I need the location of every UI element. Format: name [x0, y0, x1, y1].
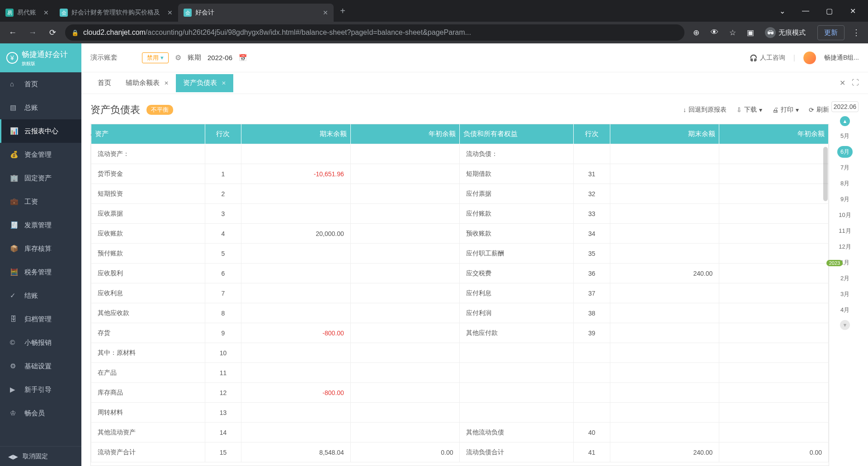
month-item[interactable]: 6月: [837, 146, 853, 158]
table-row[interactable]: 应收股利6应交税费36240.00: [91, 264, 829, 283]
table-row[interactable]: 货币资金1-10,651.96短期借款31: [91, 164, 829, 184]
table-row[interactable]: 其中：原材料10: [91, 343, 829, 363]
period-value[interactable]: 2022-06: [208, 54, 232, 61]
close-icon[interactable]: ✕: [164, 80, 169, 86]
forward-button[interactable]: →: [25, 28, 40, 38]
new-tab-button[interactable]: +: [334, 6, 352, 16]
account-name[interactable]: 演示账套: [90, 53, 118, 62]
maximize-icon[interactable]: ▢: [823, 7, 835, 15]
cell-endbal2: 240.00: [610, 442, 719, 462]
browser-tab[interactable]: 会 好会计财务管理软件购买价格及 ✕: [54, 4, 178, 22]
sidebar-item-home[interactable]: ⌂首页: [0, 72, 81, 96]
table-row[interactable]: 短期投资2应付票据32: [91, 184, 829, 204]
scroll-down-icon[interactable]: ▼: [840, 320, 850, 330]
cell-beginbal: [350, 403, 460, 423]
year-badge[interactable]: 2022.06: [831, 101, 859, 112]
table-row[interactable]: 存货9-800.00其他应付款39: [91, 323, 829, 343]
sidebar-item-guide[interactable]: ▶新手引导: [0, 378, 81, 401]
rollback-button[interactable]: ↓ 回退到原报表: [683, 106, 726, 114]
sidebar-item-money[interactable]: 💰资金管理: [0, 143, 81, 166]
sidebar-item-vip[interactable]: ♔畅会员: [0, 401, 81, 425]
dropdown-icon[interactable]: ⌄: [776, 7, 788, 15]
lock-icon: 🔒: [71, 29, 79, 36]
month-item[interactable]: 5月: [837, 130, 853, 142]
eye-off-icon[interactable]: 👁: [708, 28, 721, 37]
update-button[interactable]: 更新: [817, 25, 844, 40]
page-tab[interactable]: 首页: [90, 74, 118, 92]
sidebar-item-expense[interactable]: ©小畅报销: [0, 331, 81, 354]
sidebar-item-close[interactable]: ✓结账: [0, 284, 81, 307]
tab-favicon: 易: [5, 9, 14, 17]
page-tab[interactable]: 资产负债表✕: [176, 74, 233, 92]
extension-icon[interactable]: ▣: [744, 28, 757, 38]
browser-tab[interactable]: 易 易代账 ✕: [0, 4, 54, 22]
cell-endbal: 20,000.00: [241, 224, 351, 244]
sidebar-item-label: 固定资产: [24, 174, 52, 183]
month-item[interactable]: 4月: [837, 304, 853, 316]
menu-icon[interactable]: ⋮: [850, 28, 863, 38]
month-item[interactable]: 9月: [837, 193, 853, 205]
cell-beginbal2: [719, 244, 829, 264]
month-item[interactable]: 8月: [837, 178, 853, 189]
address-bar[interactable]: 🔒 cloud2.chanjet.com/accounting/uh26t264…: [65, 24, 684, 41]
table-row[interactable]: 在产品11: [91, 363, 829, 383]
table-row[interactable]: 其他应收款8应付利润38: [91, 303, 829, 323]
table-row[interactable]: 库存商品12-800.00: [91, 383, 829, 403]
balance-sheet-table[interactable]: ‹ › 资产 行次 期末余额 年初余额 负债和所有者权益 行次 期末余额: [90, 124, 829, 466]
table-row[interactable]: 预付账款5应付职工薪酬35: [91, 244, 829, 264]
table-row[interactable]: 周转材料13: [91, 403, 829, 423]
user-name[interactable]: 畅捷通B组...: [824, 54, 859, 62]
table-row[interactable]: 应收利息7应付利息37: [91, 283, 829, 303]
browser-tab-active[interactable]: 会 好会计 ✕: [178, 4, 334, 22]
scrollbar-thumb[interactable]: [823, 147, 828, 201]
cell-row: 1: [205, 164, 241, 184]
sidebar-item-chart[interactable]: 📊云报表中心: [0, 119, 81, 143]
month-item[interactable]: 3月: [837, 288, 853, 300]
minimize-icon[interactable]: —: [799, 7, 812, 15]
table-row[interactable]: 应收账款420,000.00预收账款34: [91, 224, 829, 244]
reload-button[interactable]: ⟳: [45, 28, 60, 38]
close-icon[interactable]: ✕: [167, 9, 173, 16]
month-item[interactable]: 10月: [837, 209, 853, 221]
cell-beginbal: [350, 423, 460, 442]
status-pill[interactable]: 禁用▾: [142, 52, 169, 63]
sidebar-item-invoice[interactable]: 🧾发票管理: [0, 213, 81, 237]
calendar-icon[interactable]: 📅: [239, 54, 247, 62]
back-button[interactable]: ←: [5, 28, 20, 38]
sidebar-item-asset[interactable]: 🏢固定资产: [0, 166, 81, 190]
month-item[interactable]: 7月: [837, 162, 853, 174]
star-icon[interactable]: ☆: [726, 28, 739, 38]
month-item[interactable]: 12月: [837, 241, 853, 253]
gear-icon[interactable]: ⚙: [175, 53, 181, 62]
avatar[interactable]: [803, 52, 816, 64]
search-icon[interactable]: ⊕: [690, 28, 703, 38]
fullscreen-icon[interactable]: ⛶: [852, 79, 859, 87]
help-link[interactable]: 🎧人工咨询: [750, 54, 785, 62]
download-button[interactable]: ⇩ 下载 ▾: [736, 106, 762, 114]
table-row[interactable]: 流动资产合计158,548.040.00流动负债合计41240.000.00: [91, 442, 829, 462]
refresh-button[interactable]: ⟳ 刷新: [809, 106, 829, 114]
month-item[interactable]: 2月: [837, 273, 853, 284]
print-button[interactable]: 🖨 打印 ▾: [772, 106, 799, 114]
close-icon[interactable]: ✕: [323, 9, 328, 16]
table-row[interactable]: 其他流动资产14其他流动负债40: [91, 423, 829, 442]
close-all-icon[interactable]: ✕: [840, 79, 845, 87]
close-icon[interactable]: ✕: [43, 9, 49, 16]
table-row[interactable]: 应收票据3应付账款33: [91, 204, 829, 224]
page-tab[interactable]: 辅助余额表✕: [118, 74, 176, 92]
table-row[interactable]: 流动资产：流动负债：: [91, 144, 829, 164]
sidebar-item-settings[interactable]: ⚙基础设置: [0, 354, 81, 378]
scroll-up-icon[interactable]: ▲: [840, 116, 850, 126]
sidebar-item-archive[interactable]: 🗄归档管理: [0, 307, 81, 331]
sidebar-item-salary[interactable]: 💼工资: [0, 190, 81, 213]
sidebar-item-book[interactable]: ▤总账: [0, 96, 81, 119]
sidebar-unpin[interactable]: ◀▶ 取消固定: [0, 446, 81, 466]
month-item[interactable]: 1月2023: [837, 257, 853, 268]
close-icon[interactable]: ✕: [846, 7, 859, 15]
sidebar-item-stock[interactable]: 📦库存核算: [0, 237, 81, 260]
close-icon[interactable]: ✕: [222, 80, 226, 86]
month-item[interactable]: 11月: [837, 225, 853, 237]
sidebar-item-tax[interactable]: 🧮税务管理: [0, 260, 81, 284]
cell-asset: 其他流动资产: [91, 423, 205, 442]
page-tab-label: 首页: [98, 79, 111, 87]
